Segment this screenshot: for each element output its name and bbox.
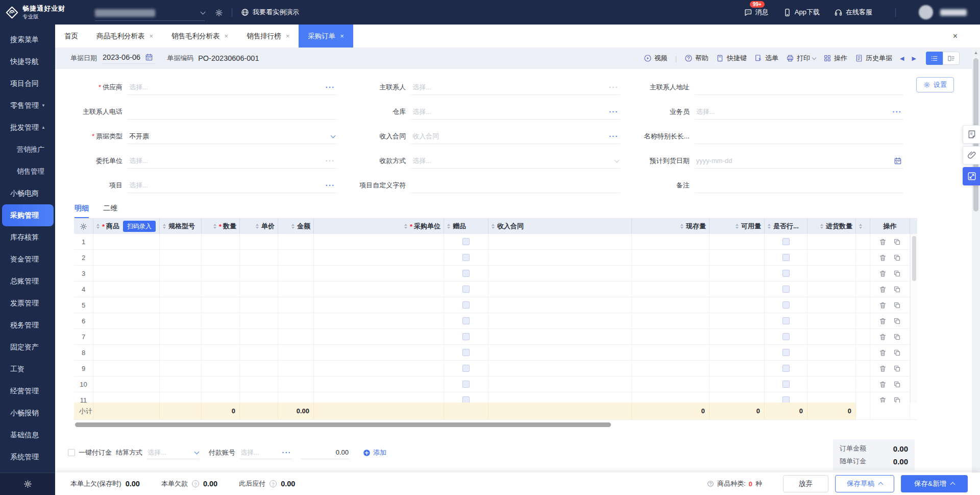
column-settings-gear-icon[interactable] (80, 223, 87, 230)
table-row[interactable]: 8 (74, 345, 917, 361)
field-input-备注[interactable] (695, 178, 903, 193)
rowflag-checkbox[interactable] (782, 238, 790, 245)
gift-checkbox[interactable] (462, 317, 470, 324)
保存&新增-button[interactable]: 保存&新增 (901, 475, 968, 492)
copy-row-icon[interactable] (893, 381, 901, 388)
field-input-项目[interactable]: 选择...··· (128, 178, 336, 193)
calendar-icon[interactable] (894, 157, 902, 165)
field-input-名称特别长长...[interactable] (695, 129, 903, 144)
gift-checkbox[interactable] (462, 349, 470, 356)
保存草稿-button[interactable]: 保存草稿 (835, 475, 894, 492)
toolbar-action-操作[interactable]: 操作 (823, 54, 847, 63)
sidebar-item[interactable]: 销售管理 (0, 160, 55, 182)
delete-row-icon[interactable] (879, 270, 887, 277)
more-options-icon[interactable]: ··· (326, 183, 335, 187)
field-input-主联系人电话[interactable] (128, 104, 336, 120)
field-input-委托单位[interactable]: 选择...··· (128, 153, 336, 169)
topbar-item-bubble[interactable]: 消息99+ (744, 8, 769, 17)
delete-row-icon[interactable] (879, 286, 887, 293)
cell-rowflag[interactable] (765, 376, 807, 392)
cell-gift[interactable] (444, 329, 488, 344)
sort-carets-icon[interactable] (213, 224, 216, 229)
tab-销售排行榜[interactable]: 销售排行榜× (237, 25, 299, 48)
draft-tool-button[interactable] (963, 125, 980, 144)
copy-row-icon[interactable] (893, 270, 901, 277)
delete-row-icon[interactable] (879, 349, 887, 357)
delete-row-icon[interactable] (879, 365, 887, 372)
delete-row-icon[interactable] (879, 301, 887, 309)
toolbar-action-快捷键[interactable]: 快捷键 (716, 54, 747, 63)
table-row[interactable]: 10 (74, 376, 917, 392)
list-view-toggle[interactable] (926, 52, 943, 65)
scrollbar-thumb[interactable] (75, 422, 611, 427)
cell-rowflag[interactable] (765, 361, 807, 376)
cell-rowflag[interactable] (765, 266, 807, 281)
copy-row-icon[interactable] (893, 317, 901, 325)
delete-row-icon[interactable] (879, 238, 887, 246)
sort-carets-icon[interactable] (736, 224, 739, 229)
copy-row-icon[interactable] (893, 238, 901, 246)
sort-carets-icon[interactable] (447, 224, 450, 229)
copy-row-icon[interactable] (893, 301, 901, 309)
tab-首页[interactable]: 首页 (55, 25, 87, 48)
toolbar-action-帮助[interactable]: 帮助 (684, 54, 708, 63)
rowflag-checkbox[interactable] (782, 301, 790, 309)
toolbar-action-视频[interactable]: 视频 (644, 54, 668, 63)
table-row[interactable]: 4 (74, 281, 917, 297)
delete-row-icon[interactable] (879, 333, 887, 341)
scan-entry-button[interactable]: 扫码录入 (123, 221, 156, 232)
sidebar-item[interactable]: 营销推广 (0, 138, 55, 160)
rowflag-checkbox[interactable] (782, 396, 790, 403)
field-input-仓库[interactable]: 选择...··· (411, 104, 620, 120)
field-input-收款方式[interactable]: 选择... (411, 153, 620, 169)
sort-carets-icon[interactable] (96, 224, 100, 229)
cell-rowflag[interactable] (765, 297, 807, 313)
sort-carets-icon[interactable] (291, 224, 295, 229)
topbar-item-phone[interactable]: App下载 (783, 8, 820, 17)
page-vertical-scrollbar[interactable]: ▲ (972, 48, 980, 495)
delete-row-icon[interactable] (879, 381, 887, 388)
rowflag-checkbox[interactable] (782, 317, 790, 324)
tab-销售毛利分析表[interactable]: 销售毛利分析表× (162, 25, 237, 48)
doc-date-field[interactable]: 2023-06-06 (102, 53, 155, 64)
sort-carets-icon[interactable] (404, 224, 407, 229)
topbar-gear-icon[interactable] (215, 8, 223, 17)
rowflag-checkbox[interactable] (782, 254, 790, 261)
settings-button[interactable]: 设置 (916, 77, 954, 92)
one-key-deposit-checkbox[interactable] (68, 449, 75, 456)
rowflag-checkbox[interactable] (782, 270, 790, 277)
cell-gift[interactable] (444, 376, 488, 392)
sidebar-item[interactable]: 固定资产 (0, 336, 55, 358)
sidebar-item[interactable]: 总账管理 (0, 270, 55, 292)
gift-checkbox[interactable] (462, 286, 470, 293)
more-options-icon[interactable]: ··· (892, 110, 902, 114)
deposit-amount-input[interactable]: 0.00 (301, 446, 350, 459)
field-input-主联系人[interactable]: 选择...··· (411, 80, 620, 95)
table-row[interactable]: 11 (74, 392, 917, 403)
more-options-icon[interactable]: ··· (609, 134, 619, 138)
copy-row-icon[interactable] (893, 254, 901, 262)
rowflag-checkbox[interactable] (782, 349, 790, 356)
sidebar-item[interactable]: 基础信息 (0, 424, 55, 446)
sidebar-item[interactable]: 项目合同 (0, 73, 55, 95)
attachment-tool-button[interactable] (963, 146, 980, 164)
info-circle-icon[interactable]: ? (270, 480, 277, 487)
sort-carets-icon[interactable] (768, 224, 771, 229)
expand-tool-button[interactable] (963, 167, 980, 185)
cell-gift[interactable] (444, 361, 488, 376)
more-options-icon[interactable]: ··· (326, 159, 335, 163)
tab-close-icon[interactable]: × (150, 33, 154, 39)
detail-tab-明细[interactable]: 明细 (75, 204, 89, 218)
field-input-项目自定义字符[interactable] (411, 178, 620, 193)
gift-checkbox[interactable] (462, 301, 470, 309)
sidebar-item[interactable]: 批发管理▲ (0, 116, 55, 138)
next-doc-arrow[interactable]: ▶ (912, 55, 916, 62)
cell-rowflag[interactable] (765, 234, 807, 249)
gift-checkbox[interactable] (462, 238, 470, 245)
field-input-主联系人地址[interactable] (695, 80, 903, 95)
more-options-icon[interactable]: ··· (609, 110, 619, 114)
tab-采购订单[interactable]: 采购订单× (299, 25, 353, 48)
table-horizontal-scrollbar[interactable] (74, 422, 917, 428)
sidebar-item[interactable]: 税务管理 (0, 314, 55, 336)
gift-checkbox[interactable] (462, 365, 470, 372)
